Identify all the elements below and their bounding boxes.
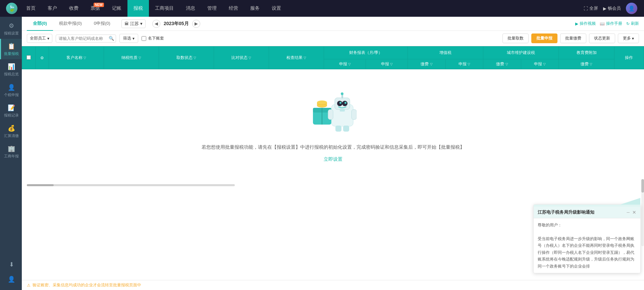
batch-pay-button[interactable]: 批量缴费 <box>560 33 586 43</box>
filter-icon[interactable]: ▽ <box>249 56 251 60</box>
employee-select[interactable]: 全部员工 ▾ <box>27 34 52 43</box>
province-selector[interactable]: 🏛 江苏 ▾ <box>121 19 146 28</box>
nav-service[interactable]: 服务 <box>244 0 266 17</box>
filter-icon[interactable]: ▽ <box>430 62 433 66</box>
nav-business[interactable]: 工商项目 <box>149 0 180 17</box>
setup-link[interactable]: 立即设置 <box>324 156 342 162</box>
sidebar-download[interactable]: ⬇ <box>0 257 22 272</box>
book-icon: 📖 <box>600 21 605 26</box>
bottom-message: 验证账密、采集信息均成功的企业才会流转至批量报税页面中 <box>33 282 141 288</box>
tab-bar: 全部(0) 税款申报(0) 0申报(0) 🏛 江苏 ▾ ◀ 2023年05月 ▶… <box>22 17 644 31</box>
video-tutorial-button[interactable]: ▶ 操作视频 <box>575 21 596 26</box>
filter-icon[interactable]: ▽ <box>84 56 86 60</box>
prev-month-button[interactable]: ◀ <box>152 20 160 28</box>
page-scrollbar[interactable] <box>641 179 644 246</box>
sidebar-user[interactable]: 👤 <box>0 272 22 287</box>
tab-right-actions: ▶ 操作视频 📖 操作手册 ↻ 刷新 <box>575 21 639 26</box>
account-set-checkbox-label[interactable]: 名下账套 <box>142 35 164 41</box>
compare-status-header: 比对状态 ▽ <box>214 47 269 69</box>
scroll-thumb <box>27 184 54 186</box>
close-icon[interactable]: ✕ <box>632 210 636 215</box>
filter-icon[interactable]: ▽ <box>590 62 592 66</box>
nav-invoice[interactable]: 票据 NEW <box>85 0 106 17</box>
logo-icon: 🍃 <box>6 3 17 14</box>
tab-zero-declaration[interactable]: 0申报(0) <box>88 17 116 31</box>
nav-billing[interactable]: 收费 <box>63 0 85 17</box>
scrollbar-thumb <box>641 179 644 193</box>
tab-tax-declaration[interactable]: 税款申报(0) <box>53 17 88 31</box>
svg-point-13 <box>339 102 341 104</box>
nav-settings[interactable]: 设置 <box>266 0 287 17</box>
filter-icon[interactable]: ▽ <box>505 62 508 66</box>
select-all-checkbox[interactable] <box>26 55 31 60</box>
manual-button[interactable]: 📖 操作手册 <box>600 21 622 26</box>
filter-icon[interactable]: ▽ <box>348 62 351 66</box>
refresh-icon: ↻ <box>626 21 630 26</box>
svg-point-14 <box>344 102 346 104</box>
robot-svg <box>310 89 357 136</box>
status-update-button[interactable]: 状态更新 <box>589 33 615 43</box>
search-icon[interactable]: 🔍 <box>109 36 114 41</box>
urban-declare-header: 申报 ▽ <box>445 59 483 69</box>
select-all-header <box>22 47 36 69</box>
sidebar: ⚙ 报税设置 📋 批量报税 📊 报税总览 👤 个税申报 📝 报税记录 💰 汇算清… <box>0 17 22 290</box>
operation-header: 操作 <box>614 47 644 69</box>
settings-icon: ⚙ <box>40 56 44 60</box>
nav-customer[interactable]: 客户 <box>42 0 63 17</box>
notification-title: 江苏电子税务局升级影响通知 <box>538 209 594 215</box>
filter-icon[interactable]: ▽ <box>390 62 393 66</box>
svg-rect-20 <box>335 126 341 132</box>
month-display: 2023年05月 <box>164 21 189 27</box>
filter-bar-actions: 批量取数 批量申报 批量缴费 状态更新 更多 ▾ <box>502 33 639 43</box>
collapse-icon[interactable]: ─ <box>627 210 630 215</box>
sidebar-item-annual-report[interactable]: 🏢 工商年报 <box>0 141 22 162</box>
filter-icon[interactable]: ▽ <box>194 56 196 60</box>
svg-rect-21 <box>343 126 349 132</box>
nav-bookkeeping[interactable]: 记账 <box>106 0 127 17</box>
tab-all[interactable]: 全部(0) <box>27 17 53 31</box>
sidebar-item-tax-settings[interactable]: ⚙ 报税设置 <box>0 18 22 39</box>
member-button[interactable]: ▶ 畅会员 <box>603 5 621 11</box>
app-logo[interactable]: 🍃 <box>3 3 20 14</box>
individual-tax-icon: 👤 <box>7 83 15 91</box>
search-input[interactable] <box>56 34 116 43</box>
new-badge: NEW <box>94 3 104 7</box>
sidebar-item-tax-records[interactable]: 📝 报税记录 <box>0 100 22 121</box>
filter-button[interactable]: 筛选 ▾ <box>119 34 138 43</box>
filter-icon[interactable]: ▽ <box>468 62 470 66</box>
vat-declare-header: 申报 ▽ <box>366 59 408 69</box>
empty-message: 若您想使用批量报税功能，请先在【报税设置】中进行报税的初始化设置，完成密码验证和… <box>202 143 465 151</box>
filter-icon[interactable]: ▽ <box>139 56 141 60</box>
nav-message[interactable]: 消息 <box>180 0 201 17</box>
user-avatar[interactable]: 👤 <box>626 3 637 14</box>
nav-home[interactable]: 首页 <box>20 0 42 17</box>
vat-pay-header: 缴费 ▽ <box>408 59 445 69</box>
account-set-checkbox[interactable] <box>142 36 146 41</box>
fullscreen-button[interactable]: ⛶ 全屏 <box>584 5 598 11</box>
search-wrapper: 🔍 <box>56 34 116 43</box>
records-icon: 📝 <box>7 104 15 112</box>
filter-bar: 全部员工 ▾ 🔍 筛选 ▾ 名下账套 批量取数 批量申报 <box>22 31 644 46</box>
filter-icon[interactable]: ▽ <box>543 62 546 66</box>
financial-declare-header: 申报 ▽ <box>324 59 366 69</box>
sidebar-item-tax-overview[interactable]: 📊 报税总览 <box>0 59 22 80</box>
education-surcharge-header: 教育费附加 <box>559 47 614 59</box>
batch-declare-button[interactable]: 批量申报 <box>531 33 557 43</box>
nav-tax[interactable]: 报税 <box>127 0 149 17</box>
next-month-button[interactable]: ▶ <box>192 20 200 28</box>
financial-report-header: 财务报表（月/季） <box>324 47 408 59</box>
refresh-button[interactable]: ↻ 刷新 <box>626 21 639 26</box>
sidebar-item-batch-tax[interactable]: 📋 批量报税 <box>0 39 22 59</box>
nav-operation[interactable]: 经营 <box>223 0 244 17</box>
horizontal-scrollbar[interactable] <box>27 184 235 186</box>
nav-items: 首页 客户 收费 票据 NEW 记账 报税 工商项目 消息 管理 经营 服务 设… <box>20 0 584 17</box>
bottom-bar: ⚠ 验证账密、采集信息均成功的企业才会流转至批量报税页面中 <box>22 280 644 290</box>
sidebar-item-individual-tax[interactable]: 👤 个税申报 <box>0 80 22 100</box>
more-button[interactable]: 更多 ▾ <box>618 33 639 43</box>
filter-icon[interactable]: ▽ <box>304 56 306 60</box>
chevron-down-icon: ▾ <box>632 36 634 41</box>
batch-fetch-button[interactable]: 批量取数 <box>502 33 529 43</box>
sidebar-item-annual-settlement[interactable]: 💰 汇算清缴 <box>0 121 22 141</box>
tax-type-header: 纳税性质 ▽ <box>104 47 159 69</box>
nav-management[interactable]: 管理 <box>201 0 223 17</box>
